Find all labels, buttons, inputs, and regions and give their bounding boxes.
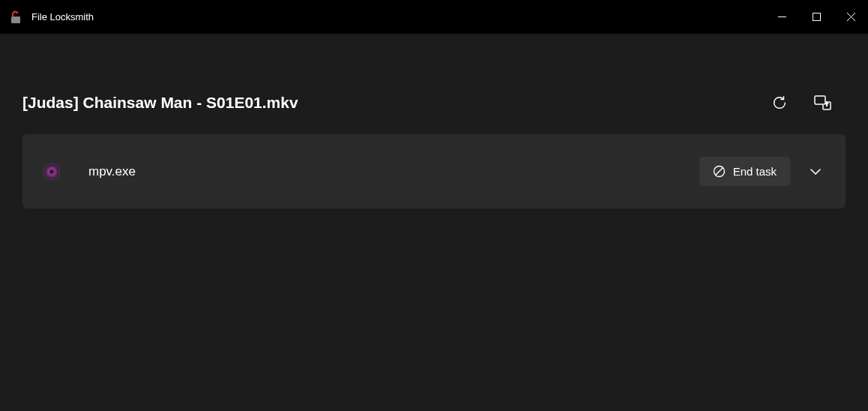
header-actions	[771, 94, 846, 112]
refresh-button[interactable]	[771, 94, 789, 112]
expand-button[interactable]	[807, 163, 825, 181]
main-content: [Judas] Chainsaw Man - S01E01.mkv mpv.ex…	[0, 34, 868, 208]
process-info: mpv.exe	[43, 164, 136, 180]
file-name-title: [Judas] Chainsaw Man - S01E01.mkv	[22, 94, 298, 112]
app-unlock-icon	[9, 10, 22, 24]
app-title: File Locksmith	[31, 11, 94, 22]
minimize-button[interactable]	[765, 0, 799, 34]
process-card: mpv.exe End task	[22, 134, 846, 208]
process-name: mpv.exe	[88, 164, 136, 179]
prohibit-icon	[713, 165, 726, 178]
end-task-button[interactable]: End task	[699, 157, 790, 186]
process-app-icon	[43, 164, 60, 180]
svg-line-7	[715, 168, 723, 176]
header-row: [Judas] Chainsaw Man - S01E01.mkv	[22, 94, 846, 112]
restart-elevated-button[interactable]	[814, 94, 832, 112]
svg-rect-2	[813, 14, 820, 21]
svg-rect-0	[11, 16, 20, 23]
window-controls	[765, 0, 868, 34]
end-task-label: End task	[733, 165, 777, 178]
maximize-button[interactable]	[799, 0, 834, 34]
titlebar: File Locksmith	[0, 0, 868, 34]
process-actions: End task	[699, 157, 825, 186]
titlebar-left: File Locksmith	[9, 10, 94, 24]
close-button[interactable]	[834, 0, 868, 34]
chevron-down-icon	[810, 166, 822, 178]
svg-rect-5	[815, 96, 825, 104]
